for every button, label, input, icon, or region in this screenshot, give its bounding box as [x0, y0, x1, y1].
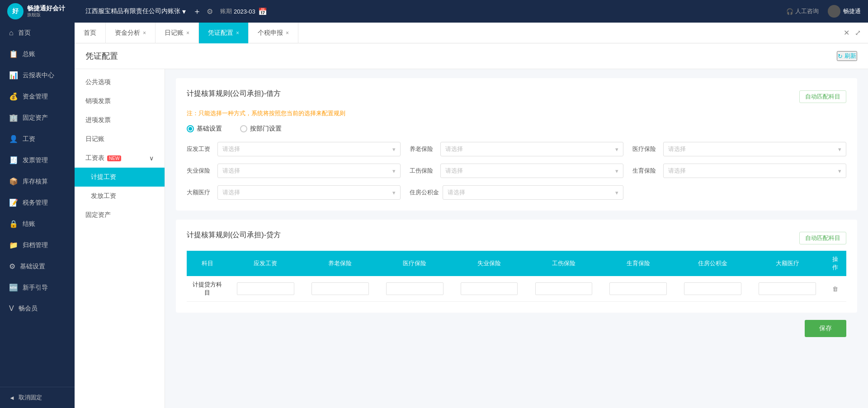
tab-journal[interactable]: 日记账 × [156, 23, 199, 43]
label-yanglao: 养老保险 [410, 145, 437, 153]
chevron-down-icon: ∨ [149, 155, 154, 162]
tab-close-icon[interactable]: ✕ [844, 28, 849, 37]
reports-icon: 📊 [9, 71, 18, 80]
sidebar-item-archive[interactable]: 📁 归档管理 [0, 234, 75, 256]
close-period-icon: 🔒 [9, 220, 18, 228]
user-menu[interactable]: 畅捷通 [828, 5, 861, 18]
credit-auto-match-button[interactable]: 自动匹配科目 [799, 232, 846, 244]
input-credit-shiye[interactable] [461, 282, 518, 295]
refresh-button[interactable]: ↻ 刷新 [837, 51, 857, 61]
sidebar-item-close[interactable]: 🔒 结账 [0, 213, 75, 234]
cell-yiliao[interactable] [377, 276, 452, 302]
tab-journal-close[interactable]: × [186, 30, 189, 36]
tab-fund-analysis[interactable]: 资金分析 × [106, 23, 156, 43]
select-gongshang-placeholder: 请选择 [445, 167, 463, 175]
select-daejiliao-placeholder: 请选择 [222, 188, 240, 197]
sidebar-item-invoice[interactable]: 🧾 发票管理 [0, 150, 75, 171]
sidebar-item-guide[interactable]: 🆕 新手引导 [0, 277, 75, 298]
left-nav-calc-salary-label: 计提工资 [91, 173, 116, 181]
tab-voucher-config[interactable]: 凭证配置 × [199, 23, 249, 43]
chevron-daejiliao-icon: ▾ [392, 189, 396, 196]
sidebar-item-assets[interactable]: 🏢 固定资产 [0, 107, 75, 128]
sidebar-item-salary[interactable]: 👤 工资 [0, 128, 75, 150]
left-nav-fixed-assets[interactable]: 固定资产 [75, 206, 165, 225]
tab-voucher-close[interactable]: × [236, 30, 239, 36]
select-daejiliao[interactable]: 请选择 ▾ [217, 185, 401, 200]
form-item-yiliao: 医疗保险 请选择 ▾ [632, 142, 846, 156]
select-yingfa[interactable]: 请选择 ▾ [217, 142, 401, 156]
input-credit-gongshang[interactable] [535, 282, 593, 295]
input-credit-yanglao[interactable] [311, 282, 369, 295]
sidebar-item-funds[interactable]: 💰 资金管理 [0, 86, 75, 107]
tab-expand-icon[interactable]: ⤢ [855, 28, 861, 37]
left-nav-salary-group: 工资表 NEW ∨ [75, 149, 165, 168]
sidebar-item-home[interactable]: ⌂ 首页 [0, 23, 75, 43]
select-yingfa-placeholder: 请选择 [222, 145, 240, 153]
inventory-icon: 📦 [9, 177, 18, 186]
tab-tax-report[interactable]: 个税申报 × [249, 23, 298, 43]
select-shiye[interactable]: 请选择 ▾ [217, 164, 401, 178]
cell-action[interactable]: 🗑 [825, 276, 846, 302]
radio-department[interactable]: 按部门设置 [240, 125, 282, 133]
logo-text-block: 畅捷通好会计 旗舰版 [27, 5, 65, 19]
left-nav-journal[interactable]: 日记账 [75, 130, 165, 149]
cell-daejiliao[interactable] [750, 276, 825, 302]
cell-shengyu[interactable] [601, 276, 675, 302]
sidebar-label-funds: 资金管理 [23, 93, 48, 101]
sidebar-item-tax[interactable]: 📝 税务管理 [0, 192, 75, 213]
content-area: 首页 资金分析 × 日记账 × 凭证配置 × 个税申报 × ✕ ⤢ [75, 23, 868, 408]
support-button[interactable]: 🎧 人工咨询 [786, 7, 819, 15]
archive-icon: 📁 [9, 241, 18, 249]
select-shengyu[interactable]: 请选择 ▾ [663, 164, 846, 178]
calendar-icon[interactable]: 📅 [258, 7, 267, 16]
sidebar-item-ledger[interactable]: 📋 总账 [0, 43, 75, 65]
add-icon[interactable]: ＋ [193, 6, 201, 17]
logo-icon: 好 [7, 3, 24, 19]
company-dropdown-icon[interactable]: ▾ [182, 7, 186, 16]
cell-gongjijin[interactable] [675, 276, 750, 302]
input-credit-daejiliao[interactable] [759, 282, 816, 295]
col-gongshang: 工伤保险 [526, 251, 601, 276]
avatar [828, 5, 840, 18]
left-nav-pay-salary-label: 发放工资 [91, 192, 116, 200]
select-yanglao[interactable]: 请选择 ▾ [440, 142, 623, 156]
save-button[interactable]: 保存 [805, 320, 846, 337]
select-gongshang[interactable]: 请选择 ▾ [440, 164, 623, 178]
label-gongshang: 工伤保险 [410, 167, 437, 175]
select-yiliao[interactable]: 请选择 ▾ [663, 142, 846, 156]
debit-auto-match-button[interactable]: 自动匹配科目 [799, 90, 846, 103]
tab-home[interactable]: 首页 [75, 23, 106, 43]
cell-yanglao[interactable] [303, 276, 377, 302]
left-nav-sales-invoice[interactable]: 销项发票 [75, 92, 165, 111]
cell-yingfa[interactable] [228, 276, 303, 302]
support-label: 人工咨询 [795, 7, 819, 15]
cell-gongshang[interactable] [526, 276, 601, 302]
gear-icon[interactable]: ⚙ [207, 7, 213, 16]
sidebar-item-reports[interactable]: 📊 云报表中心 [0, 65, 75, 86]
top-bar-right: 🎧 人工咨询 畅捷通 [786, 5, 861, 18]
sidebar-item-vip[interactable]: V 畅会员 [0, 298, 75, 319]
left-nav-purchase-invoice[interactable]: 进项发票 [75, 111, 165, 130]
tab-home-label: 首页 [84, 29, 96, 37]
input-credit-yiliao[interactable] [386, 282, 443, 295]
left-nav-calc-salary[interactable]: 计提工资 [75, 168, 165, 187]
sidebar-item-inventory[interactable]: 📦 库存核算 [0, 171, 75, 192]
chevron-yiliao-icon: ▾ [838, 146, 841, 153]
tab-tax-close[interactable]: × [286, 30, 289, 36]
tab-fund-close[interactable]: × [143, 30, 146, 36]
sidebar-item-settings[interactable]: ⚙ 基础设置 [0, 256, 75, 277]
left-nav-pay-salary[interactable]: 发放工资 [75, 187, 165, 206]
cell-shiye[interactable] [452, 276, 527, 302]
sidebar-unpin[interactable]: ◄ 取消固定 [0, 387, 75, 408]
unpin-label: 取消固定 [19, 394, 42, 402]
select-gongjijin[interactable]: 请选择 ▾ [443, 185, 623, 200]
input-credit-yingfa[interactable] [237, 282, 294, 295]
input-credit-shengyu[interactable] [609, 282, 667, 295]
settings-icon: ⚙ [9, 262, 15, 271]
radio-basic[interactable]: 基础设置 [187, 125, 222, 133]
left-nav-public[interactable]: 公共选项 [75, 73, 165, 92]
left-nav-salary-header[interactable]: 工资表 NEW ∨ [75, 149, 165, 168]
select-yanglao-placeholder: 请选择 [445, 145, 463, 153]
delete-icon[interactable]: 🗑 [832, 286, 838, 292]
input-credit-gongjijin[interactable] [684, 282, 741, 295]
